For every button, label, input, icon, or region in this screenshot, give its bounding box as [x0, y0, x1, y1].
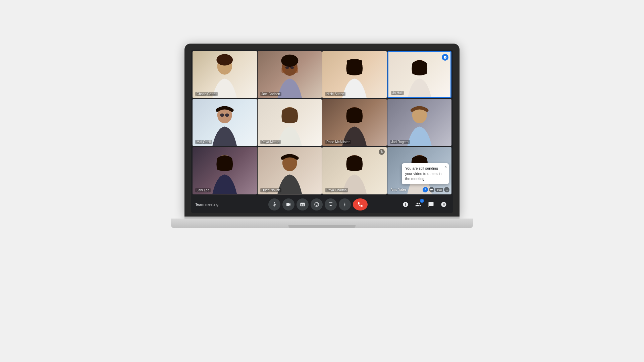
participant-name-6: Priya Mehta	[260, 140, 281, 144]
muted-icon-11	[379, 149, 385, 155]
participant-tile-11[interactable]: Priya Chadha	[322, 147, 387, 194]
participant-tile-6[interactable]: Priya Mehta	[258, 99, 322, 146]
people-button[interactable]: 2	[413, 199, 423, 209]
toolbar-center	[268, 198, 368, 210]
participant-name-12: Amy Yates	[389, 187, 408, 192]
participant-tile-1[interactable]: Chase Carter	[193, 51, 257, 98]
toolbar-left: Team meeting	[195, 202, 235, 206]
toolbar-right: 2	[400, 199, 449, 209]
laptop-hinge	[184, 217, 460, 219]
participant-name-3: Nicki Sutton	[325, 92, 345, 96]
participant-tile-7[interactable]: Rose McAllister	[322, 99, 387, 146]
mic-button[interactable]	[268, 198, 280, 210]
activities-button[interactable]	[439, 199, 449, 209]
people-count-badge: 2	[420, 199, 424, 203]
svg-point-9	[290, 66, 294, 69]
more-options-button[interactable]	[339, 198, 351, 210]
you-mic-icon	[423, 187, 428, 192]
participant-name-8: Jad Rogers	[390, 140, 410, 144]
end-call-button[interactable]	[353, 198, 368, 210]
present-button[interactable]	[325, 198, 337, 210]
participant-tile-4[interactable]: Jo Hall	[387, 51, 452, 98]
laptop-screen: Chase Carter	[191, 50, 453, 213]
participant-tile-3[interactable]: Nicki Sutton	[322, 51, 387, 98]
video-notification-popup: × You are still sending your video to ot…	[402, 163, 449, 184]
svg-rect-6	[281, 67, 285, 73]
svg-point-8	[285, 66, 289, 69]
svg-point-13	[220, 114, 224, 117]
reactions-button[interactable]	[311, 198, 323, 210]
expand-icon[interactable]	[444, 187, 449, 192]
participant-tile-9[interactable]: Lani Lee	[193, 147, 257, 194]
participant-name-7: Rose McAllister	[325, 140, 351, 144]
participant-name-9: Lani Lee	[195, 188, 211, 192]
speaking-icon	[442, 54, 448, 61]
svg-rect-7	[294, 67, 298, 73]
laptop-shell: Chase Carter	[171, 44, 473, 318]
participant-tile-2[interactable]: Joel Carlson	[258, 51, 322, 98]
participant-name-11: Priya Chadha	[325, 188, 348, 192]
participant-name-10: Hugo Novak	[260, 188, 281, 192]
svg-point-5	[281, 55, 298, 67]
participant-tile-10[interactable]: Hugo Novak	[258, 147, 322, 194]
camera-button[interactable]	[282, 198, 294, 210]
info-button[interactable]	[400, 199, 411, 209]
participant-name-2: Joel Carlson	[260, 92, 282, 96]
meeting-toolbar: Team meeting	[191, 196, 453, 213]
meeting-title: Team meeting	[195, 202, 218, 206]
you-camera-icon	[429, 187, 434, 192]
participant-badge-4	[442, 54, 448, 61]
participant-name-5: Mai Oneil	[195, 140, 212, 144]
you-label: You	[435, 188, 443, 192]
participant-tile-8[interactable]: Jad Rogers	[387, 99, 452, 146]
participant-name-1: Chase Carter	[195, 92, 218, 96]
participant-tile-5[interactable]: Mai Oneil	[193, 99, 257, 146]
laptop-base	[171, 219, 473, 228]
chat-button[interactable]	[426, 199, 436, 209]
participant-name-4: Jo Hall	[391, 91, 404, 95]
video-grid: Chase Carter	[191, 50, 453, 196]
participant-tile-12[interactable]: × You are still sending your video to ot…	[387, 147, 452, 194]
meeting-container: Chase Carter	[191, 50, 453, 213]
svg-point-14	[225, 114, 229, 117]
captions-button[interactable]	[297, 198, 309, 210]
svg-point-3	[216, 54, 233, 66]
notification-close-button[interactable]: ×	[444, 165, 447, 169]
notification-text: You are still sending your video to othe…	[405, 166, 441, 181]
laptop-bezel: Chase Carter	[184, 44, 460, 217]
